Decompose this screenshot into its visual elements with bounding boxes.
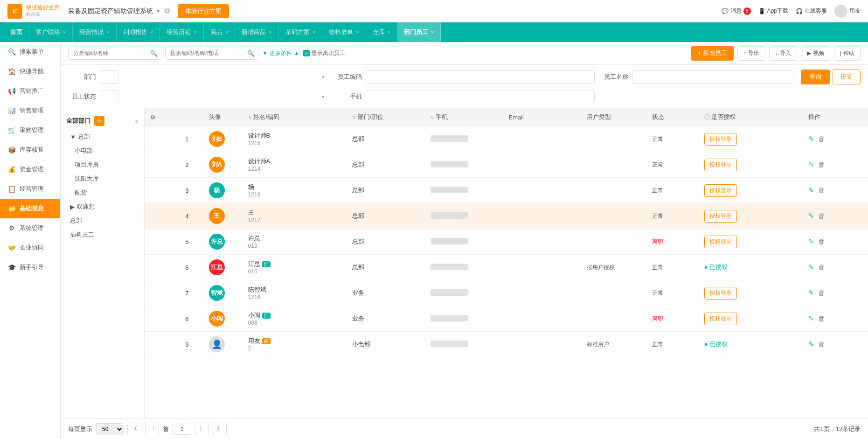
dropdown-arrow-icon[interactable]: ▾ [157,7,160,14]
close-icon[interactable]: × [356,29,359,35]
close-icon[interactable]: × [225,29,228,35]
trial-button[interactable]: 体验行业方案 [178,4,229,18]
dept-node-shenyang[interactable]: 沈阳大库 [61,172,144,186]
dept-node-shuanglu[interactable]: ▶ 双鹿想 [61,200,144,214]
more-filter-btn[interactable]: ▼ 更多条件 ▲ [262,49,299,57]
sort-icon-phone[interactable]: ⇅ [431,115,434,120]
close-icon[interactable]: × [312,29,315,35]
phone-input[interactable] [366,90,594,103]
edit-button[interactable]: ✎ [808,340,814,348]
next-page-button[interactable]: 〉 [195,423,209,435]
sidebar-item-business[interactable]: 📋 经营管理 [0,179,60,199]
delete-button[interactable]: 🗑 [818,314,825,323]
close-icon[interactable]: × [106,29,109,35]
main-search-input[interactable] [165,47,258,60]
edit-button[interactable]: ✎ [808,237,814,246]
edit-button[interactable]: ✎ [808,186,814,195]
tab-history[interactable]: 经营历程 × [160,22,203,42]
last-page-button[interactable]: 》 [213,423,227,435]
sidebar-item-basic[interactable]: 📁 基础信息 [0,199,60,218]
status-select[interactable] [100,90,118,103]
dept-node-chashuwang[interactable]: 插树王二 [61,228,144,242]
tab-operations[interactable]: 经营情况 × [73,22,116,42]
auth-login-button[interactable]: 授权登录 [704,133,737,146]
delete-button[interactable]: 🗑 [818,289,825,297]
add-employee-button[interactable]: + 新增员工 [691,46,734,61]
close-icon[interactable]: × [431,29,434,35]
video-button[interactable]: ▶ 视频 [801,46,830,61]
close-icon[interactable]: × [63,29,66,35]
sidebar-item-sales[interactable]: 📊 销售管理 [0,101,60,120]
empname-input[interactable] [632,70,793,84]
delete-button[interactable]: 🗑 [818,212,825,220]
page-input[interactable] [173,424,191,435]
delete-button[interactable]: 🗑 [818,135,825,143]
category-search-icon[interactable]: 🔍 [150,50,158,57]
edit-button[interactable]: ✎ [808,135,814,143]
table-settings-icon[interactable]: ⚙ [150,114,156,121]
export-button[interactable]: ↑ 导出 [737,46,765,61]
settings-icon[interactable]: ⚙ [164,7,170,15]
auth-login-button[interactable]: 授权登录 [704,184,737,197]
close-icon[interactable]: × [388,29,390,35]
first-page-button[interactable]: 《 [127,423,141,435]
tab-department[interactable]: 部门员工 × [397,22,441,42]
delete-button[interactable]: 🗑 [818,263,825,272]
dept-node-headquarters[interactable]: 总部 [61,214,144,228]
sidebar-item-finance[interactable]: 💰 资金管理 [0,160,60,179]
dept-select[interactable] [100,70,118,84]
app-download-item[interactable]: 📱 App下载 [758,7,788,15]
help-button[interactable]: | 帮助 [834,46,861,61]
sidebar-item-collab[interactable]: 🤝 企业协同 [0,238,60,258]
tab-new-goods[interactable]: 新增商品 × [235,22,278,42]
sidebar-item-search[interactable]: 🔍 搜索菜单 [0,42,60,62]
tab-home[interactable]: 首页 [4,22,29,42]
auth-login-button[interactable]: 授权登录 [704,313,737,325]
edit-button[interactable]: ✎ [808,160,814,169]
tab-customer[interactable]: 客户联络 × [29,22,73,42]
th-dept[interactable]: ⇅ 部门/职位 [347,108,425,126]
page-size-select[interactable]: 50 100 200 [96,423,124,435]
sidebar-item-inventory[interactable]: 📦 库存核算 [0,140,60,160]
delete-button[interactable]: 🗑 [818,186,825,195]
delete-button[interactable]: 🗑 [818,160,825,169]
sidebar-item-system[interactable]: ⚙ 系统管理 [0,218,60,238]
edit-button[interactable]: ✎ [808,263,814,272]
show-leaving-checkbox[interactable]: ✓ 显示离职员工 [303,49,345,57]
delete-button[interactable]: 🗑 [818,237,825,246]
sidebar-item-nav[interactable]: 🏠 快捷导航 [0,62,60,81]
sidebar-item-marketing[interactable]: 📢 营销推广 [0,81,60,101]
close-icon[interactable]: × [269,29,271,35]
auth-login-button[interactable]: 授权登录 [704,236,737,248]
sidebar-item-guide[interactable]: 🎓 新手引导 [0,258,60,277]
import-button[interactable]: ↓ 导入 [769,46,797,61]
dept-node-electronics[interactable]: 小电部 [61,144,144,158]
category-search-input[interactable] [68,47,161,60]
tab-bom[interactable]: 物料清单 × [322,22,366,42]
th-phone[interactable]: ⇅ 手机 [425,108,503,126]
dept-node-project[interactable]: 项目库房 [61,158,144,172]
sort-icon[interactable]: ⇅ [248,115,252,120]
notification-item[interactable]: 💬 消息 5 [722,7,751,15]
sidebar-item-purchase[interactable]: 🛒 采购管理 [0,120,60,140]
online-service-item[interactable]: 🎧 在线客服 [796,7,827,15]
close-icon[interactable]: × [194,29,196,35]
dept-edit-icon[interactable]: ✎ [94,116,104,126]
query-button[interactable]: 查询 [801,70,830,84]
edit-button[interactable]: ✎ [808,212,814,220]
collapse-icon[interactable]: « [135,118,139,125]
edit-button[interactable]: ✎ [808,314,814,323]
dept-node-distribution[interactable]: 配货 [61,186,144,200]
th-settings[interactable]: ⚙ [145,108,171,126]
delete-button[interactable]: 🗑 [818,340,825,348]
prev-page-button[interactable]: 〈 [145,423,159,435]
sort-icon-dept[interactable]: ⇅ [352,115,356,120]
reset-button[interactable]: 设置 [833,70,861,84]
empcode-input[interactable] [366,70,594,84]
close-icon[interactable]: × [150,29,153,35]
main-search-icon[interactable]: 🔍 [247,50,255,57]
tab-barcode[interactable]: 条码方案 × [279,22,322,42]
tab-profit[interactable]: 利润报告 × [117,22,160,42]
th-name[interactable]: ⇅ 姓名/编码 [243,108,347,126]
auth-login-button[interactable]: 授权登录 [704,159,737,171]
